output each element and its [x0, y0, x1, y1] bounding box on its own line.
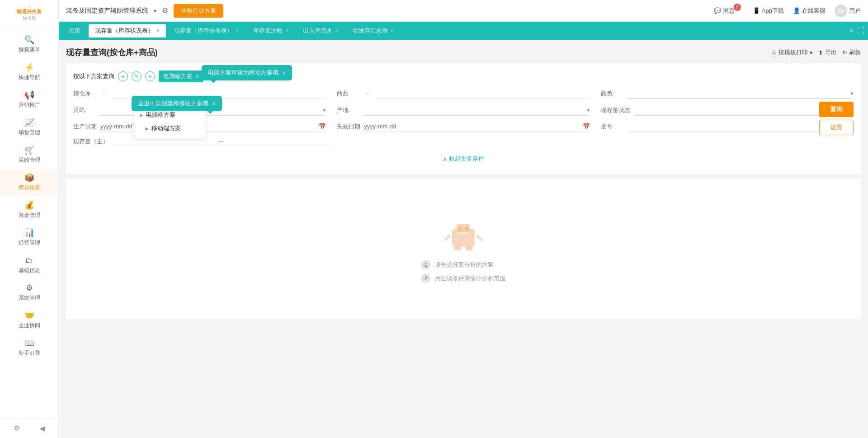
header-left: 装备及固定资产辅助管理系统 ▾ ⚙ 体验行业方案 — [66, 4, 223, 18]
user-item[interactable]: Ea 用户 — [835, 5, 861, 17]
sidebar-item-label: 系统管理 — [19, 294, 40, 302]
tree-expand-arrow: ▶ — [145, 126, 149, 131]
sidebar-item-search[interactable]: 🔍 搜索菜单 — [0, 31, 58, 58]
origin-label: 产地 — [337, 106, 359, 114]
scheme-pill-active[interactable]: 电脑端方案 × — [159, 71, 203, 82]
system-dropdown-icon[interactable]: ▾ — [154, 8, 156, 14]
tab-batch-ledger[interactable]: 库存批次账 × — [247, 24, 295, 38]
expire-date-input[interactable] — [364, 121, 582, 132]
svg-line-8 — [477, 235, 481, 240]
sidebar-item-marketing[interactable]: 📢 营销推广 — [0, 86, 58, 113]
expire-date-label: 失效日期 — [337, 122, 360, 131]
edit-scheme-btn[interactable]: ✎ — [132, 71, 142, 81]
sidebar-item-purchase[interactable]: 🛒 采购管理 — [0, 141, 58, 169]
header-settings-icon[interactable]: ⚙ — [162, 6, 168, 15]
sidebar-item-system[interactable]: ⚙ 系统管理 — [0, 279, 58, 306]
warehouse-label: 按仓库 — [73, 89, 96, 98]
reset-button[interactable]: 设置 — [819, 120, 854, 135]
step-1-text: 请先选择要分析的方案 — [435, 261, 494, 269]
tab-label: 库存批次账 — [253, 27, 283, 35]
batch-label: 批号 — [601, 122, 623, 131]
filter-field-color: 颜色 ▾ — [601, 88, 854, 99]
sidebar-item-label: 经营管理 — [19, 239, 40, 247]
sidebar-item-operation[interactable]: 📊 经营管理 — [0, 224, 58, 251]
sidebar-item-label: 搜索菜单 — [19, 46, 40, 54]
sidebar-item-navigate[interactable]: ⚡ 快捷导航 — [0, 58, 58, 86]
collapse-bar[interactable]: ∧ 收起更多条件 — [73, 151, 854, 166]
sidebar-logo: 6 畅通好生意 标准版 — [0, 0, 58, 27]
content-area: 现存量查询(按仓库+商品) 🖨 按模板打印 ▾ ⬆ 导出 ↻ 刷新 — [59, 40, 868, 438]
svg-rect-6 — [458, 232, 469, 234]
filter-label: 按以下方案查询 — [73, 72, 114, 80]
scheme-item-label: 移动端方案 — [151, 124, 181, 132]
tab-close-icon[interactable]: × — [391, 28, 394, 34]
sidebar-item-guide[interactable]: 📖 新手引导 — [0, 334, 58, 362]
scheme-tree-item-mobile[interactable]: ▶ 移动端方案 — [134, 122, 206, 135]
tooltip-bubble-2: 这里可以创建和修改方案哦 × — [132, 96, 222, 111]
color-dropdown-icon[interactable]: ▾ — [850, 90, 854, 97]
header: 装备及固定资产辅助管理系统 ▾ ⚙ 体验行业方案 💬 消息 6 📱 App下载 … — [59, 0, 868, 22]
refresh-button[interactable]: ↻ 刷新 — [842, 48, 861, 57]
origin-dropdown-icon[interactable]: ▾ — [587, 107, 590, 113]
tab-label: 收发存汇总表 — [353, 27, 388, 35]
settings-bottom-icon[interactable]: ⚙ — [14, 424, 20, 433]
collapse-sidebar-icon[interactable]: ◀ — [39, 424, 45, 433]
industry-plan-button[interactable]: 体验行业方案 — [174, 4, 223, 18]
sidebar-item-inventory[interactable]: 📦 库存核算 — [0, 169, 58, 196]
color-label: 颜色 — [601, 89, 623, 98]
tab-close-icon[interactable]: × — [156, 28, 160, 34]
tooltip-bubble-1: 电脑方案可设为移动方案哦 × — [202, 65, 292, 80]
filter-field-inventory-status: 现存量状态 ▾ — [601, 104, 854, 116]
online-service-item[interactable]: 👤 在线客服 — [793, 7, 826, 15]
guide-icon: 📖 — [25, 339, 34, 348]
scheme-pill-label: 电脑端方案 — [163, 72, 193, 80]
messages-badge: 6 — [734, 4, 741, 11]
goods-dots-icon[interactable]: ··· — [363, 88, 372, 99]
scheme-item-label: 电脑端方案 — [146, 111, 175, 119]
logo-sub: 标准版 — [17, 15, 42, 21]
add-scheme-btn[interactable]: + — [118, 71, 128, 81]
produce-date-calendar-icon[interactable]: 📅 — [319, 123, 326, 130]
sidebar-item-enterprise[interactable]: 🤝 企业协同 — [0, 306, 58, 334]
warehouse-dots-icon[interactable]: ··· — [99, 88, 108, 99]
tab-home[interactable]: 首页 — [62, 24, 87, 38]
size-dropdown-icon[interactable]: ▾ — [323, 107, 326, 113]
svg-point-4 — [458, 227, 461, 230]
close-tab-icon[interactable]: × — [849, 27, 854, 35]
tooltip-close-1[interactable]: × — [282, 69, 286, 76]
tab-close-icon[interactable]: × — [236, 28, 239, 34]
query-button[interactable]: 查询 — [819, 102, 854, 117]
origin-input[interactable] — [363, 104, 586, 115]
sidebar-item-label: 新手引导 — [19, 349, 40, 357]
back-scheme-btn[interactable]: « — [145, 71, 155, 81]
filter-field-expire-date: 失效日期 📅 — [337, 121, 590, 132]
scheme-pill-close-icon[interactable]: × — [195, 73, 199, 80]
tooltip-close-2[interactable]: × — [212, 100, 216, 107]
sidebar-item-basic[interactable]: 🗂 基础信息 — [0, 251, 58, 279]
svg-point-5 — [466, 227, 468, 230]
messages-icon: 💬 — [714, 7, 721, 14]
export-button[interactable]: ⬆ 导出 — [818, 48, 837, 57]
expire-date-calendar-icon[interactable]: 📅 — [583, 123, 590, 130]
app-download-item[interactable]: 📱 App下载 — [753, 7, 784, 15]
print-button[interactable]: 🖨 按模板打印 ▾ — [771, 48, 813, 57]
service-icon: 👤 — [793, 7, 800, 14]
produce-date-input[interactable] — [100, 121, 319, 132]
tab-inventory-status[interactable]: 现存量（库存状况表） × — [89, 24, 166, 38]
messages-item[interactable]: 💬 消息 6 — [714, 7, 744, 15]
search-icon: 🔍 — [25, 35, 34, 44]
tab-inventory-dist[interactable]: 现存量（库存分布表） × — [168, 24, 245, 38]
system-name: 装备及固定资产辅助管理系统 — [66, 7, 148, 15]
tooltip-text-2: 这里可以创建和修改方案哦 — [138, 99, 208, 108]
tab-in-out-flow[interactable]: 出入库流水 × — [297, 24, 344, 38]
inventory-max-input[interactable] — [226, 138, 330, 145]
tab-collect-send[interactable]: 收发存汇总表 × — [346, 24, 400, 38]
sidebar-item-sales[interactable]: 📈 销售管理 — [0, 113, 58, 141]
tab-close-icon[interactable]: × — [285, 28, 288, 34]
sidebar-item-finance[interactable]: 💰 资金管理 — [0, 196, 58, 224]
inventory-status-input[interactable] — [634, 104, 850, 115]
fullscreen-icon[interactable]: ⛶ — [857, 27, 864, 35]
color-input[interactable] — [627, 88, 850, 99]
purchase-icon: 🛒 — [25, 146, 34, 155]
tab-close-icon[interactable]: × — [335, 28, 338, 34]
